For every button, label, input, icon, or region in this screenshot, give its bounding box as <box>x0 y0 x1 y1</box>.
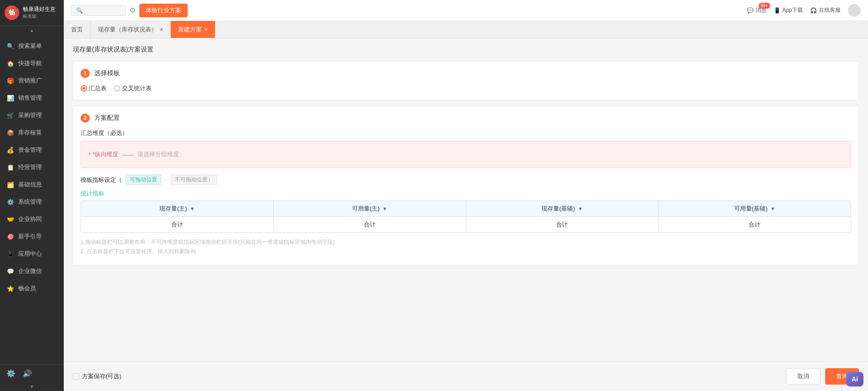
stat-table: 现存量(主)▼可用量(主)▼现存量(基辅)▼可用量(基辅)▼ 合计合计合计合计 <box>81 201 851 233</box>
online-service-btn[interactable]: 🎧 在线客服 <box>810 6 841 14</box>
vertical-dim-label: *纵向维度 <box>92 150 118 159</box>
tab-close-inventory-status[interactable]: × <box>160 26 163 33</box>
sidebar-item-search[interactable]: 🔍 搜索菜单 <box>0 37 64 55</box>
save-checkbox[interactable] <box>73 373 79 380</box>
topbar: 🔍 ⚙ 体验行业方案 💬 消息 99+ 📱 App下载 🎧 在线客服 <box>64 0 868 21</box>
tip-row-1: 1.拖动标题栏可以调整布局，不可跨维度或指标区域拖动栏目字段(只能在同一维度或指… <box>81 238 851 246</box>
settings-gear-icon[interactable]: ⚙ <box>129 6 136 15</box>
tab-label-new-scheme: 新建方案 <box>178 26 202 34</box>
sidebar-item-label: 企业协同 <box>18 215 42 223</box>
sales-icon: 📊 <box>6 94 15 102</box>
sidebar-item-basic[interactable]: 🗂️ 基础信息 <box>0 176 64 193</box>
sidebar-item-wechat[interactable]: 💬 企业微信 <box>0 262 64 280</box>
stat-col-header[interactable]: 现存量(主)▼ <box>81 201 274 216</box>
sidebar-item-label: 基础信息 <box>18 180 42 189</box>
fixed-tag: 不可拖动位置） <box>171 175 217 185</box>
bottom-bar: 方案保存(可选) 取消 查询 <box>64 361 868 391</box>
col-label: 可用量(基辅) <box>734 205 768 213</box>
newbie-icon: 🎯 <box>6 232 15 241</box>
radio-label-summary: 汇总表 <box>89 84 107 93</box>
stat-table-body: 合计合计合计合计 <box>81 216 851 232</box>
industry-btn[interactable]: 体验行业方案 <box>139 4 188 17</box>
main-content: 🔍 ⚙ 体验行业方案 💬 消息 99+ 📱 App下载 🎧 在线客服 <box>64 0 868 391</box>
col-dropdown-icon[interactable]: ▼ <box>578 206 583 211</box>
col-dropdown-icon[interactable]: ▼ <box>771 206 776 211</box>
tab-new-scheme[interactable]: 新建方案× <box>171 21 215 38</box>
tab-home[interactable]: 首页 <box>64 21 91 38</box>
template-radio-group: 汇总表交叉统计表 <box>81 84 851 93</box>
inventory-icon: 📦 <box>6 129 15 137</box>
app-download-icon: 📱 <box>774 7 781 14</box>
message-badge: 99+ <box>759 3 770 9</box>
col-label: 现存量(基辅) <box>541 205 575 213</box>
sidebar-item-label: 营销推广 <box>18 77 42 85</box>
sidebar-item-inventory[interactable]: 📦 库存核算 <box>0 124 64 141</box>
tab-inventory-status[interactable]: 现存量（库存状况表）× <box>91 21 171 38</box>
step1-label: 选择模板 <box>94 69 120 77</box>
sidebar-item-member[interactable]: ⭐ 畅会员 <box>0 280 64 297</box>
summary-dim-label: 汇总维度（必选） <box>81 129 851 137</box>
required-marker: * <box>88 151 91 158</box>
tips-area: 1.拖动标题栏可以调整布局，不可跨维度或指标区域拖动栏目字段(只能在同一维度或指… <box>81 238 851 256</box>
tip-text: 1.拖动标题栏可以调整布局，不可跨维度或指标区域拖动栏目字段(只能在同一维度或指… <box>81 238 335 246</box>
settings-icon[interactable]: ⚙️ <box>6 369 15 378</box>
sidebar-item-label: 畅会员 <box>18 284 36 293</box>
tabs-bar: 首页现存量（库存状况表）×新建方案× <box>64 21 868 38</box>
sidebar-item-system[interactable]: ⚙️ 系统管理 <box>0 193 64 211</box>
scroll-down-arrow[interactable]: ▼ <box>30 384 34 389</box>
sidebar-item-operations[interactable]: 📋 经营管理 <box>0 159 64 176</box>
save-checkbox-wrap[interactable]: 方案保存(可选) <box>73 372 122 381</box>
sidebar-item-apps[interactable]: 📱 应用中心 <box>0 245 64 262</box>
stat-col-body: 合计 <box>466 216 659 232</box>
indicator-separator: ▫ <box>165 176 167 183</box>
audio-icon[interactable]: 🔊 <box>23 369 32 378</box>
radio-cross[interactable]: 交叉统计表 <box>114 84 152 93</box>
message-btn[interactable]: 💬 消息 99+ <box>747 6 766 14</box>
ai-badge[interactable]: Ai <box>846 372 863 386</box>
col-dropdown-icon[interactable]: ▼ <box>383 206 388 211</box>
logo-icon: 畅 <box>5 5 19 20</box>
vertical-dim-area[interactable]: * *纵向维度 —— 请选择分组维度 <box>81 141 851 168</box>
cancel-button[interactable]: 取消 <box>786 368 821 385</box>
sidebar-item-purchase[interactable]: 🛒 采购管理 <box>0 107 64 124</box>
sidebar-item-sales[interactable]: 📊 销售管理 <box>0 89 64 107</box>
member-icon: ⭐ <box>6 284 15 293</box>
col-label: 现存量(主) <box>159 205 187 213</box>
draggable-tag: 可拖动位置 <box>126 175 161 185</box>
user-avatar[interactable] <box>848 4 861 17</box>
app-logo: 畅 畅康通好生意 标准版 <box>0 0 64 26</box>
sidebar-item-label: 搜索菜单 <box>18 42 42 50</box>
purchase-icon: 🛒 <box>6 111 15 119</box>
radio-dot-summary <box>81 85 87 92</box>
sidebar-item-quicknav[interactable]: 🏠 快捷导航 <box>0 55 64 72</box>
stat-col-header[interactable]: 可用量(主)▼ <box>274 201 466 216</box>
radio-label-cross: 交叉统计表 <box>122 84 152 93</box>
step2-card: 2 方案配置 汇总维度（必选） * *纵向维度 —— 请选择分组维度 模板指标设… <box>73 106 859 265</box>
stat-col-header[interactable]: 可用量(基辅)▼ <box>659 201 851 216</box>
apps-icon: 📱 <box>6 250 15 258</box>
finance-icon: 💰 <box>6 146 15 154</box>
sidebar-item-finance[interactable]: 💰 资金管理 <box>0 141 64 159</box>
radio-summary[interactable]: 汇总表 <box>81 84 107 93</box>
stat-col-header[interactable]: 现存量(基辅)▼ <box>466 201 659 216</box>
col-label: 可用量(主) <box>352 205 380 213</box>
search-icon: 🔍 <box>76 7 83 14</box>
search-bar[interactable]: 🔍 <box>71 5 126 16</box>
step1-num: 1 <box>81 69 90 78</box>
col-dropdown-icon[interactable]: ▼ <box>190 206 195 211</box>
tab-label-inventory-status: 现存量（库存状况表） <box>98 26 157 34</box>
step1-card: 1 选择模板 汇总表交叉统计表 <box>73 61 859 100</box>
quicknav-icon: 🏠 <box>6 59 15 67</box>
sidebar-item-collab[interactable]: 🤝 企业协同 <box>0 211 64 228</box>
page-title: 现存量(库存状况表)方案设置 <box>73 46 859 54</box>
scroll-up-arrow[interactable]: ▲ <box>30 28 34 33</box>
sidebar-item-marketing[interactable]: 🎁 营销推广 <box>0 72 64 89</box>
tab-close-new-scheme[interactable]: × <box>204 26 208 33</box>
sidebar-item-newbie[interactable]: 🎯 新手引导 <box>0 228 64 245</box>
sidebar-footer: ⚙️ 🔊 <box>0 364 64 382</box>
dim-placeholder: 请选择分组维度 <box>138 150 179 159</box>
stat-col-body: 合计 <box>81 216 274 232</box>
content-area: 现存量(库存状况表)方案设置 1 选择模板 汇总表交叉统计表 2 方案配置 汇总… <box>64 38 868 361</box>
headset-icon: 🎧 <box>810 7 817 14</box>
app-download-btn[interactable]: 📱 App下载 <box>774 6 803 14</box>
